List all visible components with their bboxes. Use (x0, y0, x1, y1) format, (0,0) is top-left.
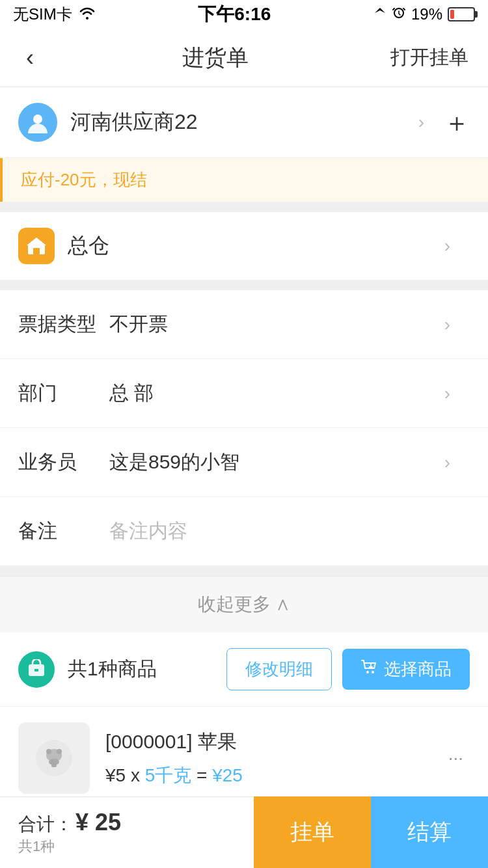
dept-row[interactable]: 部门 总 部 › (0, 359, 488, 428)
invoice-label: 票据类型 (18, 311, 96, 338)
dept-label: 部门 (18, 380, 96, 407)
warehouse-row[interactable]: 总仓 › (0, 212, 488, 280)
bottom-bar: 合计： ¥ 25 共1种 挂单 结算 (0, 796, 488, 868)
warehouse-name: 总仓 (68, 232, 444, 260)
status-time: 下午6:16 (198, 2, 271, 27)
product-thumbnail (18, 722, 90, 794)
select-product-label: 选择商品 (384, 658, 452, 681)
status-right: 19% (373, 5, 475, 23)
invoice-row[interactable]: 票据类型 不开票 › (0, 290, 488, 359)
cart-icon (360, 659, 379, 679)
products-header: 共1种商品 修改明细 选择商品 (0, 632, 488, 707)
collapse-bar[interactable]: 收起更多 ∧ (0, 576, 488, 632)
supplier-avatar (18, 103, 57, 142)
battery-icon (448, 7, 475, 21)
product-info: [0000001] 苹果 ¥5 x 5千克 = ¥25 (105, 729, 442, 788)
supplier-chevron-icon: › (418, 112, 424, 133)
note-label: 备注 (18, 518, 96, 545)
supplier-section: 河南供应商22 › ＋ 应付-20元，现结 (0, 87, 488, 202)
dept-chevron-icon: › (444, 383, 450, 404)
checkout-button[interactable]: 结算 (371, 796, 488, 868)
warehouse-chevron-icon: › (444, 236, 450, 256)
svg-point-11 (57, 749, 62, 754)
total-section: 合计： ¥ 25 共1种 (0, 796, 254, 868)
product-item: [0000001] 苹果 ¥5 x 5千克 = ¥25 ··· (0, 707, 488, 809)
back-button[interactable]: ‹ (20, 38, 40, 78)
location-icon (373, 5, 386, 23)
product-price: ¥5 x 5千克 = ¥25 (105, 763, 442, 788)
supplier-notice: 应付-20元，现结 (0, 158, 488, 202)
nav-bar: ‹ 进货单 打开挂单 (0, 29, 488, 87)
product-more-button[interactable]: ··· (442, 741, 470, 775)
products-count: 共1种商品 (68, 656, 226, 683)
wifi-icon (79, 5, 96, 23)
svg-point-6 (366, 671, 369, 673)
warehouse-icon (18, 228, 55, 264)
battery-percent: 19% (411, 5, 442, 23)
svg-point-10 (46, 749, 51, 754)
product-name: [0000001] 苹果 (105, 729, 442, 755)
invoice-value: 不开票 (96, 311, 444, 338)
svg-rect-5 (34, 669, 38, 671)
warehouse-section: 总仓 › (0, 212, 488, 280)
carrier-text: 无SIM卡 (13, 4, 72, 25)
alarm-icon (392, 5, 406, 23)
sales-chevron-icon: › (444, 452, 450, 473)
svg-rect-3 (33, 248, 40, 254)
main-content: 河南供应商22 › ＋ 应付-20元，现结 总仓 › 票据类型 不开票 › (0, 87, 488, 868)
edit-details-button[interactable]: 修改明细 (226, 648, 332, 690)
status-bar: 无SIM卡 下午6:16 19% (0, 0, 488, 29)
supplier-row[interactable]: 河南供应商22 › ＋ (0, 87, 488, 158)
page-title: 进货单 (182, 43, 249, 73)
total-count: 共1种 (18, 837, 236, 856)
total-amount: ¥ 25 (75, 809, 121, 836)
invoice-chevron-icon: › (444, 314, 450, 335)
sales-label: 业务员 (18, 449, 96, 476)
form-section: 票据类型 不开票 › 部门 总 部 › 业务员 这是859的小智 › 备注 备注… (0, 290, 488, 565)
sales-value: 这是859的小智 (96, 449, 444, 476)
total-label: 合计： (18, 812, 73, 837)
svg-point-1 (33, 115, 42, 124)
status-left: 无SIM卡 (13, 4, 96, 25)
select-product-button[interactable]: 选择商品 (342, 649, 470, 690)
open-pending-button[interactable]: 打开挂单 (390, 44, 468, 71)
svg-rect-13 (51, 763, 57, 767)
svg-point-7 (372, 671, 374, 673)
add-supplier-button[interactable]: ＋ (444, 109, 470, 135)
supplier-name: 河南供应商22 (70, 108, 418, 137)
note-row[interactable]: 备注 备注内容 (0, 497, 488, 565)
products-icon (18, 651, 55, 688)
sales-row[interactable]: 业务员 这是859的小智 › (0, 428, 488, 497)
pending-button[interactable]: 挂单 (254, 796, 371, 868)
dept-value: 总 部 (96, 380, 444, 407)
note-placeholder: 备注内容 (96, 518, 470, 545)
products-section: 共1种商品 修改明细 选择商品 (0, 632, 488, 809)
